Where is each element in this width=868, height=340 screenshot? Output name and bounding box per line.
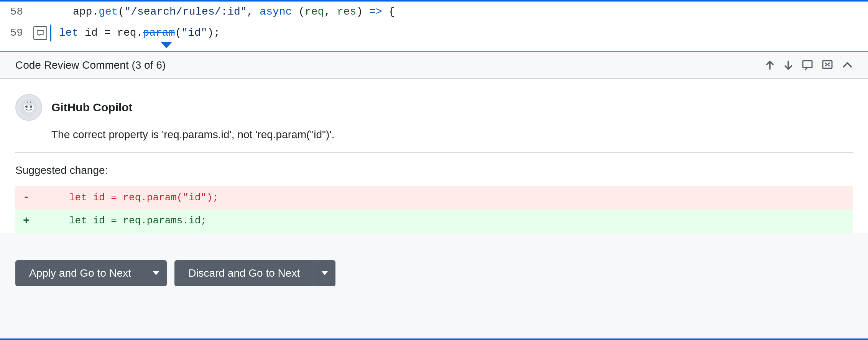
code-section: 58 app.get("/search/rules/:id", async (r… xyxy=(0,2,868,52)
discard-btn-group: Discard and Go to Next xyxy=(174,260,335,286)
comment-text: The correct property is 'req.params.id',… xyxy=(15,129,853,141)
up-arrow-icon xyxy=(765,60,774,71)
diff-minus-marker: - xyxy=(23,189,38,206)
code-space: ( xyxy=(292,6,305,18)
author-name: GitHub Copilot xyxy=(51,101,133,114)
code-req: req xyxy=(305,6,324,18)
diff-line-added: + let id = req.params.id; xyxy=(15,210,853,233)
copilot-avatar-icon xyxy=(20,99,37,116)
diff-let-added: let xyxy=(69,215,87,226)
code-semi: ); xyxy=(207,27,220,39)
dismiss-button[interactable] xyxy=(822,60,833,71)
apply-dropdown-button[interactable] xyxy=(145,260,167,286)
diff-let-removed: let xyxy=(69,192,87,203)
discard-dropdown-button[interactable] xyxy=(314,260,335,286)
comment-add-icon xyxy=(802,60,813,71)
vertical-indicator xyxy=(50,25,51,41)
buttons-area: Apply and Go to Next Discard and Go to N… xyxy=(0,245,868,302)
code-paren: ( xyxy=(118,6,125,18)
comment-bubble-icon[interactable] xyxy=(33,26,47,40)
review-header: Code Review Comment (3 of 6) xyxy=(0,52,868,79)
apply-button[interactable]: Apply and Go to Next xyxy=(15,260,145,286)
nav-icons-group xyxy=(765,60,853,71)
dismiss-icon xyxy=(822,60,833,71)
comment-divider xyxy=(15,152,853,153)
diff-plus-marker: + xyxy=(23,213,38,230)
code-id-val: "id" xyxy=(181,27,207,39)
line-58-content: app.get("/search/rules/:id", async (req,… xyxy=(73,4,868,20)
chat-icon xyxy=(37,30,44,36)
add-comment-button[interactable] xyxy=(802,60,813,71)
avatar xyxy=(15,94,42,121)
code-text: app. xyxy=(73,6,99,18)
line-number-59: 59 xyxy=(0,25,31,41)
svg-rect-0 xyxy=(803,61,812,68)
code-res: res xyxy=(337,6,356,18)
comment-header: GitHub Copilot xyxy=(15,94,853,121)
comment-body: GitHub Copilot The correct property is '… xyxy=(0,79,868,233)
code-arrow: => xyxy=(369,6,382,18)
svg-point-5 xyxy=(30,106,32,108)
code-var: id = req. xyxy=(78,27,143,39)
code-comma2: , xyxy=(324,6,337,18)
collapse-icon xyxy=(842,62,853,69)
diff-line-removed: - let id = req.param("id"); xyxy=(15,186,853,210)
line-59-icon[interactable] xyxy=(31,26,50,40)
code-fn: get xyxy=(99,6,118,18)
next-comment-button[interactable] xyxy=(784,60,793,71)
svg-point-4 xyxy=(25,106,28,108)
diff-removed-code: let id = req.param("id"); xyxy=(69,190,219,206)
diff-added-code: let id = req.params.id; xyxy=(69,213,207,229)
arrow-indicator-container xyxy=(0,42,868,50)
code-str: "/search/rules/:id" xyxy=(124,6,247,18)
prev-comment-button[interactable] xyxy=(765,60,774,71)
discard-button[interactable]: Discard and Go to Next xyxy=(174,260,314,286)
diff-block: - let id = req.param("id"); + let id = r… xyxy=(15,186,853,233)
review-title: Code Review Comment (3 of 6) xyxy=(15,59,166,71)
line-59-content: let id = req.param("id"); xyxy=(59,25,868,41)
code-line-58: 58 app.get("/search/rules/:id", async (r… xyxy=(0,2,868,22)
code-let: let xyxy=(59,27,78,39)
collapse-button[interactable] xyxy=(842,62,853,69)
bottom-border xyxy=(0,338,868,340)
code-brace: { xyxy=(382,6,395,18)
code-async: async xyxy=(260,6,292,18)
discard-chevron-icon xyxy=(322,271,328,275)
code-id-str: ( xyxy=(175,27,181,39)
line-number-58: 58 xyxy=(0,4,31,20)
diff-content-added: id = req.params.id; xyxy=(87,215,207,226)
code-comma: , xyxy=(247,6,260,18)
down-arrow-icon xyxy=(784,60,793,71)
suggested-change-label: Suggested change: xyxy=(15,164,853,177)
apply-chevron-icon xyxy=(153,271,159,275)
code-param: param xyxy=(143,27,175,39)
code-line-59: 59 let id = req.param("id"); xyxy=(0,22,868,44)
apply-btn-group: Apply and Go to Next xyxy=(15,260,167,286)
code-paren2: ) xyxy=(356,6,369,18)
diff-content-removed: id = req.param("id"); xyxy=(87,192,219,203)
svg-rect-6 xyxy=(26,103,32,106)
arrow-down-indicator xyxy=(161,42,172,48)
